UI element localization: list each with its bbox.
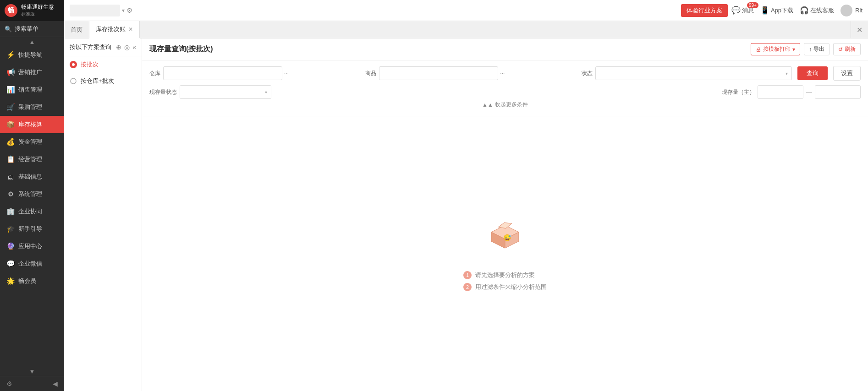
filter-row-2: 现存量状态 ▾ 现存量（主） —	[149, 85, 861, 99]
filter-settings-btn[interactable]: 设置	[833, 66, 861, 81]
search-input-area[interactable]	[70, 5, 120, 16]
warehouse-batch-dot	[70, 77, 77, 85]
query-btn[interactable]: 查询	[797, 66, 828, 80]
product-filter: 商品 ···	[365, 66, 576, 80]
messages-btn[interactable]: 💬 消息 99+	[731, 6, 754, 15]
page-header: 现存量查询(按批次) 🖨 按模板打印 ▾ ↑ 导出 ↺ 刷新	[142, 38, 868, 60]
sidebar-item-inventory[interactable]: 📦 库存核算	[0, 116, 64, 133]
sidebar-item-label: 库存核算	[18, 120, 42, 129]
sidebar-item-label: 畅会员	[18, 277, 36, 285]
add-scheme-icon[interactable]: ⊕	[116, 43, 121, 51]
topbar-dropdown-icon[interactable]: ▾	[122, 7, 125, 14]
inventory-status-filter: 现存量状态 ▾	[149, 85, 716, 99]
export-btn[interactable]: ↑ 导出	[804, 43, 830, 55]
scheme-by-batch[interactable]: 按批次	[64, 56, 142, 73]
search-icon: 🔍	[5, 26, 12, 33]
quantity-to-input[interactable]	[815, 85, 861, 99]
status-select[interactable]: ▾	[595, 66, 792, 80]
refresh-btn[interactable]: ↺ 刷新	[833, 43, 861, 55]
warehouse-filter: 仓库 ···	[149, 66, 360, 80]
left-panel: 按以下方案查询 ⊕ ◎ « 按批次 按仓库+批次	[64, 38, 142, 391]
batch-dot	[70, 61, 77, 68]
svg-point-1	[72, 63, 75, 66]
product-input[interactable]	[379, 66, 498, 80]
system-icon: ⚙	[6, 190, 15, 198]
warehouse-label: 仓库	[149, 70, 160, 77]
sidebar-item-finance[interactable]: 💰 资金管理	[0, 133, 64, 151]
print-btn[interactable]: 🖨 按模板打印 ▾	[751, 43, 800, 55]
sidebar-item-sales[interactable]: 📊 销售管理	[0, 81, 64, 98]
warehouse-input[interactable]	[163, 66, 282, 80]
collapse-panel-icon[interactable]: «	[132, 43, 136, 51]
scheme-by-warehouse-batch[interactable]: 按仓库+批次	[64, 73, 142, 89]
topbar: ▾ ⚙ 体验行业方案 💬 消息 99+ 📱 App下载 🎧 在线客服 Rit	[64, 0, 868, 21]
collapse-filters-btn[interactable]: ▲▲ 收起更多条件	[149, 99, 861, 110]
empty-illustration: 😅	[482, 216, 528, 262]
sidebar-item-label: 营销推广	[18, 68, 42, 76]
sales-icon: 📊	[6, 86, 15, 94]
content-area: 按以下方案查询 ⊕ ◎ « 按批次 按仓库+批次	[64, 38, 868, 391]
online-service-btn[interactable]: 🎧 在线客服	[800, 6, 834, 15]
sidebar-item-guide[interactable]: 🎓 新手引导	[0, 220, 64, 238]
sidebar-header: 畅 畅康通好生意 标准版	[0, 0, 64, 21]
industry-btn[interactable]: 体验行业方案	[681, 4, 728, 17]
sidebar-item-label: 资金管理	[18, 138, 42, 146]
svg-text:😅: 😅	[503, 234, 511, 242]
sidebar-item-label: 企业微信	[18, 260, 42, 268]
svg-point-2	[71, 78, 76, 84]
sidebar-item-marketing[interactable]: 📢 营销推广	[0, 64, 64, 81]
sidebar-item-enterprise[interactable]: 🏢 企业协同	[0, 203, 64, 220]
sidebar-item-basic[interactable]: 🗂 基础信息	[0, 168, 64, 185]
sidebar-scroll-up[interactable]: ▲	[0, 37, 64, 46]
product-more[interactable]: ···	[500, 70, 505, 76]
sidebar-search-label: 搜索菜单	[15, 25, 38, 33]
app-download-btn[interactable]: 📱 App下载	[760, 6, 793, 15]
tab-inventory-batch[interactable]: 库存批次账 ✕	[89, 21, 140, 38]
settings-footer-icon[interactable]: ⚙	[6, 380, 12, 387]
scheme-settings-icon[interactable]: ◎	[124, 43, 130, 51]
sidebar-nav: ⚡ 快捷导航 📢 营销推广 📊 销售管理 🛒 采购管理 📦 库存核算 💰 资金管…	[0, 46, 64, 367]
sidebar-item-label: 采购管理	[18, 103, 42, 111]
app-logo: 畅	[5, 4, 17, 17]
tab-close-icon[interactable]: ✕	[128, 26, 133, 33]
inventory-status-arrow-icon: ▾	[265, 90, 267, 95]
inventory-status-select[interactable]: ▾	[180, 85, 271, 99]
sidebar-scroll-down[interactable]: ▼	[0, 367, 64, 376]
app-download-label: App下载	[771, 6, 793, 15]
sidebar-item-system[interactable]: ⚙ 系统管理	[0, 185, 64, 203]
left-panel-header: 按以下方案查询 ⊕ ◎ «	[64, 38, 142, 56]
message-icon: 💬	[731, 6, 741, 15]
sidebar-item-operations[interactable]: 📋 经营管理	[0, 151, 64, 168]
tab-home[interactable]: 首页	[64, 21, 89, 38]
sidebar-search[interactable]: 🔍 搜索菜单	[0, 21, 64, 37]
main-area: ▾ ⚙ 体验行业方案 💬 消息 99+ 📱 App下载 🎧 在线客服 Rit	[64, 0, 868, 391]
inventory-quantity-label: 现存量（主）	[722, 88, 755, 96]
sidebar-item-member[interactable]: 🌟 畅会员	[0, 272, 64, 290]
sidebar-item-apps[interactable]: 🔮 应用中心	[0, 238, 64, 255]
sidebar-item-quick-nav[interactable]: ⚡ 快捷导航	[0, 46, 64, 64]
warehouse-more[interactable]: ···	[284, 70, 289, 76]
collapse-sidebar-icon[interactable]: ◀	[53, 380, 58, 387]
inventory-status-label: 现存量状态	[149, 88, 177, 96]
printer-icon: 🖨	[756, 46, 761, 53]
topbar-gear-icon[interactable]: ⚙	[126, 6, 132, 15]
app-version: 标准版	[21, 11, 54, 17]
user-area[interactable]: Rit	[841, 5, 863, 16]
scheme-warehouse-batch-label: 按仓库+批次	[81, 77, 114, 85]
tip-1-text: 请先选择要分析的方案	[475, 271, 535, 279]
marketing-icon: 📢	[6, 68, 15, 76]
member-icon: 🌟	[6, 277, 15, 285]
refresh-label: 刷新	[845, 45, 856, 53]
quantity-from-input[interactable]	[758, 85, 803, 99]
empty-state: 😅 1 请先选择要分析的方案 2 用过滤条件来缩小分析范围	[142, 116, 868, 391]
page-actions: 🖨 按模板打印 ▾ ↑ 导出 ↺ 刷新	[751, 43, 861, 55]
print-dropdown-icon: ▾	[792, 46, 795, 53]
tab-close-main-icon[interactable]: ✕	[851, 21, 868, 38]
sidebar-item-label: 企业协同	[18, 207, 42, 216]
purchase-icon: 🛒	[6, 103, 15, 111]
tab-home-label: 首页	[71, 26, 82, 34]
sidebar-item-purchase[interactable]: 🛒 采购管理	[0, 98, 64, 116]
empty-tip-2: 2 用过滤条件来缩小分析范围	[463, 283, 547, 291]
sidebar-item-wechat[interactable]: 💬 企业微信	[0, 255, 64, 272]
basic-icon: 🗂	[6, 173, 15, 181]
